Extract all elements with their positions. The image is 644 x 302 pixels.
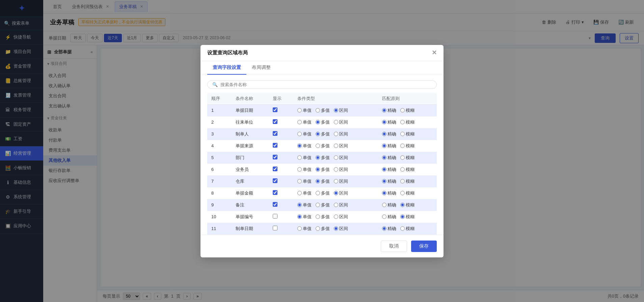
modal-close-button[interactable]: ✕ (432, 49, 437, 56)
modal-tab-layout-settings[interactable]: 布局调整 (246, 61, 276, 75)
type-multi-9[interactable] (316, 203, 320, 207)
type-range-3[interactable] (334, 132, 338, 136)
match-exact-7[interactable] (382, 179, 386, 183)
type-single-1[interactable] (297, 108, 302, 112)
match-fuzzy-11[interactable] (400, 226, 405, 231)
match-fuzzy-10[interactable] (400, 215, 405, 219)
type-range-9[interactable] (334, 203, 338, 207)
type-single-3[interactable] (297, 132, 302, 136)
type-single-2[interactable] (297, 120, 302, 124)
table-row: 7仓库 单值 多值 区间 精确 模糊 (207, 175, 437, 187)
type-range-5[interactable] (334, 155, 338, 160)
row-order-11: 11 (207, 223, 232, 234)
type-range-7[interactable] (334, 179, 338, 183)
match-exact-6[interactable] (382, 167, 386, 172)
row-name-7: 仓库 (232, 175, 269, 187)
row-name-5: 部门 (232, 152, 269, 163)
row-show-1 (269, 104, 293, 116)
type-range-8[interactable] (334, 191, 338, 195)
match-fuzzy-8[interactable] (400, 191, 405, 195)
col-header-条件类型: 条件类型 (293, 93, 378, 105)
show-checkbox-6[interactable] (273, 167, 277, 171)
match-fuzzy-2[interactable] (400, 120, 405, 124)
row-match-6: 精确 模糊 (378, 163, 437, 175)
modal-tab-field-settings[interactable]: 查询字段设置 (207, 61, 246, 75)
match-exact-10[interactable] (382, 215, 386, 219)
type-range-11[interactable] (334, 226, 338, 231)
table-row: 3制单人 单值 多值 区间 精确 模糊 (207, 128, 437, 140)
row-name-3: 制单人 (232, 128, 269, 140)
show-checkbox-7[interactable] (273, 178, 277, 183)
type-multi-4[interactable] (316, 144, 320, 148)
match-fuzzy-4[interactable] (400, 144, 405, 148)
type-multi-5[interactable] (316, 155, 320, 160)
show-checkbox-11[interactable] (273, 226, 277, 230)
table-row: 11制单日期 单值 多值 区间 精确 模糊 (207, 223, 437, 234)
match-exact-2[interactable] (382, 120, 386, 124)
type-single-6[interactable] (297, 167, 302, 172)
row-name-8: 单据金额 (232, 187, 269, 199)
type-multi-2[interactable] (316, 120, 320, 124)
row-show-11 (269, 223, 293, 234)
type-multi-1[interactable] (316, 108, 320, 112)
modal-title: 设置查询区域布局 (207, 50, 248, 56)
match-exact-8[interactable] (382, 191, 386, 195)
match-exact-5[interactable] (382, 155, 386, 160)
type-single-7[interactable] (297, 179, 302, 183)
show-checkbox-5[interactable] (273, 155, 277, 159)
type-range-1[interactable] (334, 108, 338, 112)
row-name-4: 单据来源 (232, 140, 269, 152)
type-single-10[interactable] (297, 215, 302, 219)
match-fuzzy-1[interactable] (400, 108, 405, 112)
type-range-4[interactable] (334, 144, 338, 148)
modal-footer: 取消 保存 (200, 235, 444, 257)
match-exact-3[interactable] (382, 132, 386, 136)
save-config-button[interactable]: 保存 (411, 241, 437, 252)
type-single-9[interactable] (297, 203, 302, 207)
show-checkbox-2[interactable] (273, 119, 277, 124)
type-multi-3[interactable] (316, 132, 320, 136)
type-range-2[interactable] (334, 120, 338, 124)
match-fuzzy-6[interactable] (400, 167, 405, 172)
type-multi-10[interactable] (316, 215, 320, 219)
type-range-10[interactable] (334, 215, 338, 219)
match-fuzzy-9[interactable] (400, 203, 405, 207)
row-name-11: 制单日期 (232, 223, 269, 234)
row-name-6: 业务员 (232, 163, 269, 175)
match-exact-4[interactable] (382, 144, 386, 148)
match-fuzzy-3[interactable] (400, 132, 405, 136)
show-checkbox-3[interactable] (273, 131, 277, 136)
type-multi-7[interactable] (316, 179, 320, 183)
show-checkbox-9[interactable] (273, 202, 277, 207)
cancel-button[interactable]: 取消 (381, 241, 407, 252)
row-show-8 (269, 187, 293, 199)
type-multi-6[interactable] (316, 167, 320, 172)
table-row: 1单据日期 单值 多值 区间 精确 模糊 (207, 104, 437, 116)
row-type-3: 单值 多值 区间 (293, 128, 378, 140)
row-show-9 (269, 199, 293, 211)
type-range-6[interactable] (334, 167, 338, 172)
match-exact-11[interactable] (382, 226, 386, 231)
show-checkbox-4[interactable] (273, 143, 277, 148)
modal-scroll-area: 顺序条件名称显示条件类型匹配原则 1单据日期 单值 多值 区间 精确 模糊 2往… (207, 93, 437, 235)
type-single-4[interactable] (297, 144, 302, 148)
match-exact-9[interactable] (382, 203, 386, 207)
show-checkbox-8[interactable] (273, 190, 277, 195)
type-multi-8[interactable] (316, 191, 320, 195)
row-order-7: 7 (207, 175, 232, 187)
type-single-11[interactable] (297, 226, 302, 231)
match-exact-1[interactable] (382, 108, 386, 112)
row-name-10: 单据编号 (232, 211, 269, 223)
col-header-匹配原则: 匹配原则 (378, 93, 437, 105)
type-single-8[interactable] (297, 191, 302, 195)
row-show-2 (269, 116, 293, 128)
condition-search-input[interactable] (220, 82, 288, 87)
modal-search-bar[interactable]: 🔍 (207, 80, 437, 89)
show-checkbox-10[interactable] (273, 214, 277, 219)
match-fuzzy-5[interactable] (400, 155, 405, 160)
type-multi-11[interactable] (316, 226, 320, 231)
type-single-5[interactable] (297, 155, 302, 160)
modal-tabs: 查询字段设置布局调整 (200, 61, 444, 75)
show-checkbox-1[interactable] (273, 107, 277, 112)
match-fuzzy-7[interactable] (400, 179, 405, 183)
